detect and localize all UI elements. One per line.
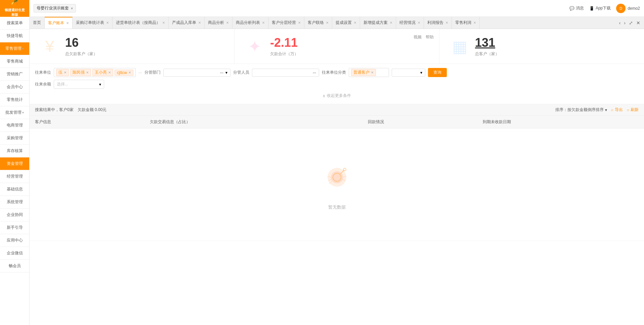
sidebar-item-18[interactable]: 企业微信 [0, 247, 29, 260]
empty-text: 暂无数据 [328, 204, 346, 210]
message-icon: 💬 [569, 6, 574, 11]
sidebar-item-17[interactable]: 应用中心 [0, 234, 29, 247]
tab-label: 提成设置 [336, 20, 352, 26]
filter-row-2: 往来余额 选择... ▾ [35, 80, 639, 89]
unit-more-icon[interactable]: ··· [138, 70, 142, 75]
tab-scroll-right[interactable]: › [623, 20, 627, 26]
sidebar-item-label: 新手引导 [7, 225, 23, 230]
dept-selector[interactable]: ··· ▾ [163, 69, 230, 77]
sort-arrow-icon: ▾ [605, 108, 607, 112]
person-selector[interactable]: ··· [252, 69, 319, 77]
person-filter-label: 分管人员 [233, 70, 249, 75]
user-profile[interactable]: D demo2 [616, 4, 640, 13]
sidebar-item-8[interactable]: 电商管理 [0, 119, 29, 132]
tag-remove-icon[interactable]: ✕ [108, 71, 111, 74]
tab-close-icon[interactable]: ✕ [418, 21, 420, 25]
refresh-button[interactable]: ○ 刷新 [627, 107, 639, 113]
tab-11[interactable]: 经营情况✕ [396, 17, 424, 29]
tab-close-icon[interactable]: ✕ [390, 21, 392, 25]
tab-close-icon[interactable]: ✕ [106, 21, 109, 25]
app-subtitle: 标版 [5, 12, 25, 17]
empty-state: 暂无数据 [35, 132, 639, 237]
tag-remove-icon[interactable]: ✕ [371, 71, 374, 74]
tab-8[interactable]: 客户联络✕ [304, 17, 332, 29]
tabbar-controls: ‹ › ⤢ ✕ [615, 20, 644, 26]
sidebar-item-4[interactable]: 营销推广 [0, 68, 29, 81]
collapse-button[interactable]: ∧ 收起更多条件 [323, 93, 351, 99]
tab-1[interactable]: 客户账本✕ [45, 17, 73, 29]
sidebar-item-label: 资金管理 [7, 161, 23, 166]
tab-close-icon[interactable]: ✕ [473, 21, 476, 25]
tab-fullscreen[interactable]: ⤢ [628, 20, 634, 26]
total-value[interactable]: 131 [475, 36, 499, 50]
sidebar-item-16[interactable]: 新手引导 [0, 221, 29, 234]
sidebar-item-13[interactable]: 基础信息 [0, 183, 29, 196]
stat-info-debt: -2.11 欠款合计（万） [270, 36, 298, 57]
tab-4[interactable]: 产成品入库单✕ [169, 17, 205, 29]
tag-remove-icon[interactable]: ✕ [86, 71, 89, 74]
sidebar-item-15[interactable]: 企业协同 [0, 209, 29, 221]
tab-scroll-left[interactable]: ‹ [618, 20, 622, 26]
app-download-button[interactable]: 📱 App下载 [589, 5, 611, 11]
tag-remove-icon[interactable]: ✕ [128, 71, 131, 74]
tab-close-icon[interactable]: ✕ [298, 21, 301, 25]
balance-filter-label: 往来余额 [35, 81, 51, 87]
sort-selector[interactable]: 排序：按欠款金额倒序排序 ▾ [555, 107, 607, 113]
tab-close-all[interactable]: ✕ [635, 20, 641, 26]
tab-12[interactable]: 利润报告✕ [424, 17, 452, 29]
sidebar-item-6[interactable]: 零售统计 [0, 94, 29, 106]
unit-tag-3: cjttcw✕ [115, 70, 133, 76]
sidebar-item-10[interactable]: 库存核算 [0, 145, 29, 157]
tag-label: 王小亮 [95, 70, 107, 75]
video-help-button[interactable]: 视频 [414, 34, 422, 40]
tab-7[interactable]: 客户分层经营✕ [268, 17, 304, 29]
search-result-text: 搜索结果中，客户0家 [35, 107, 74, 113]
account-selector[interactable]: 母婴行业演示账套 ▾ [34, 4, 76, 12]
tab-label: 商品分析 [208, 20, 224, 26]
tab-6[interactable]: 商品分析列表✕ [232, 17, 268, 29]
export-label: 导出 [615, 107, 623, 113]
category-tag-group: 普通客户✕ [349, 68, 389, 77]
sidebar-item-7[interactable]: 批发管理 ▾ [0, 106, 29, 119]
svg-point-4 [343, 168, 346, 171]
sidebar-item-1[interactable]: 快捷导航 [0, 30, 29, 42]
category-selector[interactable]: ▾ [392, 69, 425, 77]
sidebar-item-label: 企业协同 [7, 212, 23, 217]
tab-0[interactable]: 首页 [30, 17, 45, 29]
query-button[interactable]: 查询 [428, 68, 447, 77]
sidebar-item-2[interactable]: 零售管理 ▾ [0, 42, 29, 55]
help-button[interactable]: 帮助 [426, 34, 434, 40]
tab-9[interactable]: 提成设置✕ [332, 17, 360, 29]
export-button[interactable]: ○ 导出 [611, 107, 623, 113]
tab-10[interactable]: 新增提成方案✕ [360, 17, 396, 29]
tab-close-icon[interactable]: ✕ [262, 21, 265, 25]
balance-selector[interactable]: 选择... ▾ [54, 80, 104, 89]
tab-close-icon[interactable]: ✕ [66, 21, 69, 25]
tab-2[interactable]: 采购订单统计表✕ [73, 17, 113, 29]
tab-close-icon[interactable]: ✕ [354, 21, 356, 25]
building-icon: ▦ [449, 36, 470, 57]
tab-5[interactable]: 商品分析✕ [205, 17, 232, 29]
sidebar-item-12[interactable]: 经营管理 [0, 170, 29, 183]
sidebar-item-14[interactable]: 系统管理 [0, 196, 29, 209]
sidebar-logo[interactable]: 🍊 畅捷通好生意 标版 [0, 0, 29, 17]
tab-13[interactable]: 零售利润✕ [452, 17, 480, 29]
tab-close-icon[interactable]: ✕ [198, 21, 201, 25]
tag-remove-icon[interactable]: ✕ [64, 71, 67, 74]
tab-close-icon[interactable]: ✕ [326, 21, 329, 25]
sidebar-item-3[interactable]: 零售商城 [0, 55, 29, 68]
sidebar-item-11[interactable]: 资金管理 [0, 157, 29, 170]
tab-close-icon[interactable]: ✕ [226, 21, 229, 25]
message-button[interactable]: 💬 消息 [569, 5, 584, 11]
tab-close-icon[interactable]: ✕ [162, 21, 165, 25]
tab-3[interactable]: 进货单统计表（按商品）✕ [113, 17, 169, 29]
sidebar-item-label: 系统管理 [7, 200, 23, 204]
sidebar-item-5[interactable]: 会员中心 [0, 81, 29, 94]
balance-placeholder: 选择... [57, 81, 68, 87]
sidebar-item-19[interactable]: 畅会员 [0, 260, 29, 273]
sidebar-item-0[interactable]: 搜索菜单 [0, 17, 29, 30]
tab-label: 客户分层经营 [272, 20, 296, 26]
tab-close-icon[interactable]: ✕ [445, 21, 448, 25]
sidebar-item-9[interactable]: 采购管理 [0, 132, 29, 145]
category-tag-0: 普通客户✕ [351, 69, 376, 76]
